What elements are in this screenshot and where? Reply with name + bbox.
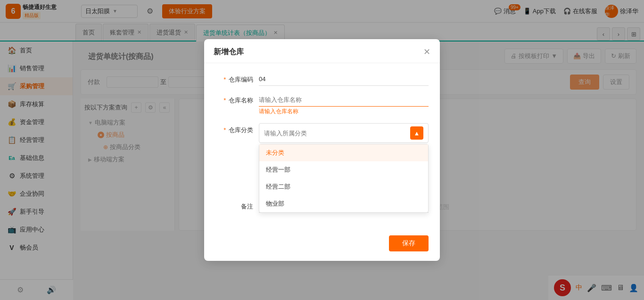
main-layout: 🏠 首页 📊 销售管理 🛒 采购管理 📦 库存核算 💰 资金管理 📋 经营管理 … <box>0 42 644 300</box>
category-input-wrap: ▲ <box>259 123 429 143</box>
modal-header: 新增仓库 ✕ <box>204 42 440 63</box>
dropdown-item-property[interactable]: 物业部 <box>259 195 428 212</box>
dropdown-item-dept2[interactable]: 经营二部 <box>259 178 428 195</box>
code-label: * 仓库编码 <box>215 73 253 84</box>
warehouse-code-input[interactable] <box>259 73 429 86</box>
category-label: * 仓库分类 <box>215 123 253 134</box>
modal-body: * 仓库编码 * 仓库名称 <box>204 63 440 230</box>
name-error-msg: 请输入仓库名称 <box>259 108 429 116</box>
modal-title: 新增仓库 <box>214 47 244 57</box>
dropdown-item-uncategorized[interactable]: 未分类 <box>259 144 428 161</box>
modal-close-icon[interactable]: ✕ <box>423 47 430 57</box>
category-input[interactable] <box>264 130 410 137</box>
category-arrow-icon[interactable]: ▲ <box>410 126 423 140</box>
modal-overlay: 新增仓库 ✕ * 仓库编码 <box>73 42 644 300</box>
new-warehouse-modal: 新增仓库 ✕ * 仓库编码 <box>204 42 440 261</box>
category-row: * 仓库分类 ▲ 未分类 <box>215 123 429 143</box>
save-button[interactable]: 保存 <box>389 235 429 251</box>
name-row: * 仓库名称 请输入仓库名称 <box>215 93 429 116</box>
note-label: 备注 <box>215 200 253 211</box>
code-row: * 仓库编码 <box>215 73 429 86</box>
content-area: 进货单统计(按商品) 🖨 按模板打印 ▼ 📤 导出 ↻ 刷新 <box>73 42 644 300</box>
category-dropdown: 未分类 经营一部 经营二部 物业部 <box>259 144 429 213</box>
modal-footer: 保存 <box>204 230 440 261</box>
name-label: * 仓库名称 <box>215 93 253 105</box>
dropdown-item-dept1[interactable]: 经营一部 <box>259 161 428 178</box>
warehouse-name-input[interactable] <box>259 93 429 107</box>
